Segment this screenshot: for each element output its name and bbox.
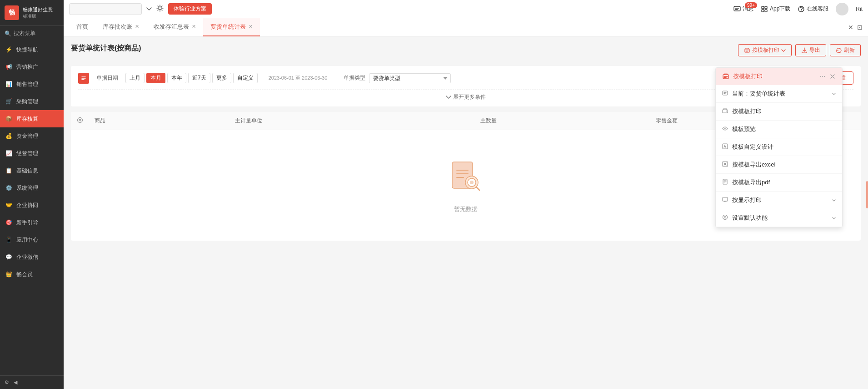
apps-icon: 📱 (5, 236, 13, 244)
filter-date-more[interactable]: 更多 (212, 73, 231, 83)
tabs-close-all-btn[interactable]: ✕ (848, 24, 853, 31)
sidebar-item-label: 库存核算 (16, 115, 38, 123)
dropdown-item-template-pdf[interactable]: 按模板导出pdf (716, 174, 842, 192)
sidebar-item-label: 营销推广 (16, 63, 38, 71)
collab-icon: 🤝 (5, 201, 13, 209)
template-pdf-icon (722, 179, 728, 186)
dropdown-item-display-print[interactable]: 按显示打印 (716, 192, 842, 209)
sidebar-settings-btn[interactable]: ⚙ (5, 379, 9, 385)
sidebar-item-apps[interactable]: 📱 应用中心 (0, 231, 64, 248)
tab-home[interactable]: 首页 (69, 18, 95, 36)
display-print-arrow (832, 197, 836, 203)
sidebar-search[interactable]: 🔍 搜索菜单 (0, 26, 64, 41)
topbar-msg-btn[interactable]: 消息 99+ (733, 5, 753, 13)
dropdown-item-template-preview[interactable]: 模板预览 (716, 121, 842, 138)
tab-receipt-summary-close[interactable]: ✕ (192, 24, 196, 30)
filter-date-prev-month[interactable]: 上月 (125, 73, 145, 83)
filter-date-7days[interactable]: 近7天 (188, 73, 210, 83)
col-qty: 主数量 (475, 112, 650, 130)
topbar-app-btn[interactable]: App下载 (761, 5, 790, 13)
app-name: 畅康通好生意 (23, 6, 53, 13)
empty-icon (445, 157, 486, 200)
filter-date-current-month[interactable]: 本月 (146, 73, 165, 83)
sidebar-item-quick-nav[interactable]: ⚡ 快捷导航 (0, 41, 64, 58)
filter-date-options: 上月 本月 本年 近7天 更多 自定义 (125, 73, 258, 83)
member-icon: 👑 (5, 270, 13, 278)
svg-point-16 (470, 181, 474, 184)
filter-type-select[interactable]: 要货单类型 (369, 73, 451, 83)
tab-receipt-summary[interactable]: 收发存汇总表 ✕ (146, 18, 203, 36)
sidebar-item-system[interactable]: ⚙️ 系统管理 (0, 179, 64, 197)
dropdown-header: 按模板打印 ··· (716, 68, 842, 85)
current-label: 当前：要货单统计表 (732, 90, 785, 98)
trial-industry-btn[interactable]: 体验行业方案 (168, 3, 212, 15)
svg-point-9 (78, 118, 83, 123)
system-icon: ⚙️ (5, 184, 13, 192)
page-title: 要货单统计表(按商品) (71, 44, 141, 53)
print-template-btn[interactable]: 按模板打印 (738, 44, 792, 56)
filter-date-current-year[interactable]: 本年 (167, 73, 186, 83)
expand-conditions-btn[interactable]: 展开更多条件 (446, 93, 486, 101)
tab-batch-accounts-close[interactable]: ✕ (135, 24, 139, 30)
sidebar-item-guide[interactable]: 🎯 新手引导 (0, 214, 64, 231)
template-print-icon (722, 108, 728, 115)
sidebar-item-member[interactable]: 👑 畅会员 (0, 266, 64, 283)
topbar-search-input[interactable] (69, 3, 142, 15)
sidebar-item-operation[interactable]: 📈 经营管理 (0, 145, 64, 162)
purchase-icon: 🛒 (5, 97, 13, 106)
sidebar-item-label: 系统管理 (16, 184, 38, 192)
topbar-dropdown-btn[interactable] (146, 5, 152, 12)
filter-date-custom[interactable]: 自定义 (233, 73, 258, 83)
template-design-label: 模板自定义设计 (732, 143, 773, 151)
dropdown-item-template-excel[interactable]: 按模板导出excel (716, 156, 842, 174)
sidebar-item-marketing[interactable]: 📢 营销推广 (0, 58, 64, 76)
filter-expand-icon[interactable] (78, 73, 89, 84)
col-goods: 商品 (89, 112, 229, 130)
sidebar-collapse-btn[interactable]: ◀ (14, 379, 17, 385)
sidebar-item-finance[interactable]: 💰 资金管理 (0, 127, 64, 145)
dropdown-item-set-default[interactable]: 设置默认功能 (716, 209, 842, 227)
tabs-maximize-btn[interactable]: ⊡ (857, 24, 863, 31)
print-template-dropdown: 按模板打印 ··· 当前：要货单统计表 按模板打印 模板预览 (715, 67, 843, 227)
export-btn[interactable]: 导出 (795, 44, 826, 56)
sidebar-item-label: 资金管理 (16, 132, 38, 140)
dropdown-close-btn[interactable] (829, 72, 836, 81)
operation-icon: 📈 (5, 149, 13, 157)
sidebar-item-purchase[interactable]: 🛒 采购管理 (0, 93, 64, 110)
current-icon (722, 90, 728, 97)
scroll-indicator (866, 181, 868, 208)
sidebar-item-wechat[interactable]: 💬 企业微信 (0, 248, 64, 266)
topbar-username: Rit (856, 6, 863, 12)
tab-order-stats[interactable]: 要货单统计表 ✕ (203, 18, 260, 36)
marketing-icon: 📢 (5, 63, 13, 71)
dropdown-item-template-design[interactable]: 模板自定义设计 (716, 138, 842, 156)
table-settings-icon[interactable] (76, 119, 84, 125)
sidebar-item-label: 销售管理 (16, 81, 38, 88)
sidebar-item-sales[interactable]: 📊 销售管理 (0, 76, 64, 93)
dropdown-header-left: 按模板打印 (722, 72, 763, 81)
refresh-btn[interactable]: 刷新 (830, 44, 861, 56)
user-avatar[interactable] (836, 3, 848, 15)
sidebar-item-inventory[interactable]: 📦 库存核算 (0, 110, 64, 127)
tab-batch-accounts[interactable]: 库存批次账 ✕ (95, 18, 146, 36)
sidebar-item-collab[interactable]: 🤝 企业协同 (0, 197, 64, 214)
topbar-gear-btn[interactable] (156, 5, 164, 13)
print-template-label: 按模板打印 (752, 46, 779, 54)
sidebar-item-basic[interactable]: 📋 基础信息 (0, 162, 64, 179)
tab-batch-accounts-label: 库存批次账 (103, 23, 132, 31)
filter-type: 单据类型 要货单类型 (344, 73, 451, 83)
svg-rect-3 (765, 6, 767, 9)
current-arrow (832, 91, 836, 96)
svg-point-27 (724, 217, 726, 218)
topbar-service-btn[interactable]: 在线客服 (798, 5, 828, 13)
dropdown-current-item[interactable]: 当前：要货单统计表 (716, 85, 842, 103)
sidebar-menu: ⚡ 快捷导航 📢 营销推广 📊 销售管理 🛒 采购管理 📦 库存核算 💰 资金管… (0, 41, 64, 375)
dropdown-more-btn[interactable]: ··· (819, 72, 827, 81)
dropdown-item-template-print[interactable]: 按模板打印 (716, 103, 842, 121)
tab-order-stats-close[interactable]: ✕ (249, 24, 253, 30)
wechat-icon: 💬 (5, 253, 13, 261)
filter-date-range: 2023-06-01 至 2023-06-30 (269, 75, 328, 81)
sidebar-item-label: 畅会员 (16, 271, 33, 278)
filter-type-label: 单据类型 (344, 74, 365, 82)
display-print-icon (722, 197, 728, 204)
